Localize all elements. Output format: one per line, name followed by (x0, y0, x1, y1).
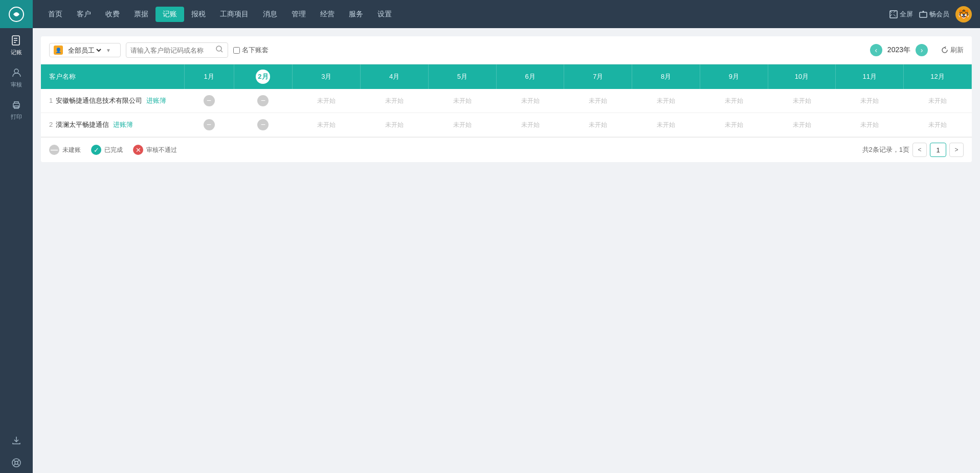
nav-message[interactable]: 消息 (256, 7, 284, 22)
sidebar-item-audit[interactable]: 审核 (0, 60, 33, 93)
toolbar: 👤 全部员工 ▼ (41, 36, 972, 64)
nav-invoice[interactable]: 票据 (127, 7, 155, 22)
print-icon (10, 99, 23, 111)
table-footer: — 未建账 ✓ 已完成 ✕ 审核不通过 共2条记录， (41, 137, 972, 162)
month-cell-8: 未开始 (632, 89, 700, 113)
svg-line-18 (221, 51, 222, 52)
nav-service[interactable]: 服务 (342, 7, 370, 22)
col-jan[interactable]: 1月 (184, 64, 234, 89)
sidebar-item-download[interactable] (0, 428, 33, 451)
svg-rect-15 (920, 12, 927, 17)
prev-page-button[interactable]: < (912, 143, 927, 157)
prev-year-button[interactable]: ‹ (870, 44, 882, 56)
employee-select-icon: 👤 (54, 46, 63, 55)
feb-highlight: 2月 (256, 70, 270, 84)
my-accounts-checkbox[interactable] (233, 47, 240, 54)
nav-manage[interactable]: 管理 (284, 7, 313, 22)
nav-operation[interactable]: 经营 (313, 7, 342, 22)
my-accounts-label: 名下账套 (242, 46, 269, 55)
page-input[interactable] (930, 143, 946, 157)
sidebar-item-label: 审核 (11, 81, 22, 88)
not-started-icon: − (204, 95, 215, 106)
fullscreen-button[interactable]: 全屏 (889, 10, 913, 19)
table-row: 1安徽畅捷通信息技术有限公司进账簿−−未开始未开始未开始未开始未开始未开始未开始… (41, 89, 972, 113)
next-page-button[interactable]: > (949, 143, 964, 157)
col-dec[interactable]: 12月 (904, 64, 972, 89)
month-cell-1[interactable]: − (184, 89, 234, 113)
sidebar-bottom (0, 428, 33, 473)
data-table-wrap: 客户名称 1月 2月 3月 4月 5月 6月 7月 8月 9月 10月 11月 (41, 64, 972, 137)
bookkeeping-icon (10, 34, 23, 47)
nav-business[interactable]: 工商项目 (213, 7, 256, 22)
legend-rejected-label: 审核不通过 (146, 146, 177, 154)
support-icon (10, 457, 23, 469)
user-avatar[interactable]: 🐯 (955, 6, 972, 22)
month-cell-4: 未开始 (361, 89, 429, 113)
col-mar[interactable]: 3月 (293, 64, 361, 89)
employee-select-wrapper[interactable]: 👤 全部员工 ▼ (49, 43, 121, 57)
month-cell-2[interactable]: − (234, 89, 293, 113)
sidebar-item-bookkeeping[interactable]: 记账 (0, 28, 33, 60)
month-cell-6: 未开始 (496, 89, 564, 113)
nav-client[interactable]: 客户 (70, 7, 98, 22)
col-oct[interactable]: 10月 (768, 64, 836, 89)
year-display: 2023年 (887, 46, 910, 55)
nav-settings[interactable]: 设置 (370, 7, 399, 22)
nav-home[interactable]: 首页 (41, 7, 70, 22)
svg-point-9 (15, 461, 18, 464)
sidebar-item-print[interactable]: 打印 (0, 93, 33, 125)
client-name: 漠澜太平畅捷通信 (56, 121, 109, 128)
row-name-cell: 1安徽畅捷通信息技术有限公司进账簿 (41, 89, 184, 113)
month-cell-9: 未开始 (700, 89, 768, 113)
row-number: 2 (49, 121, 53, 128)
month-cell-11: 未开始 (836, 89, 904, 113)
legend-not-created: — 未建账 (49, 145, 81, 155)
search-input[interactable] (130, 47, 212, 54)
col-aug[interactable]: 8月 (632, 64, 700, 89)
col-may[interactable]: 5月 (428, 64, 496, 89)
month-cell-7: 未开始 (564, 113, 632, 137)
enter-ledger-link[interactable]: 进账簿 (113, 121, 133, 128)
col-feb[interactable]: 2月 (234, 64, 293, 89)
legend-rejected: ✕ 审核不通过 (133, 145, 177, 155)
enter-ledger-link[interactable]: 进账簿 (146, 97, 166, 104)
month-cell-10: 未开始 (768, 113, 836, 137)
nav-tax[interactable]: 报税 (184, 7, 213, 22)
vip-button[interactable]: 畅会员 (919, 10, 949, 19)
month-cell-12: 未开始 (904, 89, 972, 113)
col-jun[interactable]: 6月 (496, 64, 564, 89)
employee-select[interactable]: 全部员工 (66, 46, 103, 55)
month-cell-1[interactable]: − (184, 113, 234, 137)
nav-bookkeeping[interactable]: 记账 (155, 7, 184, 22)
month-cell-10: 未开始 (768, 89, 836, 113)
not-started-icon: − (257, 95, 269, 106)
nav-billing[interactable]: 收费 (98, 7, 127, 22)
next-year-button[interactable]: › (916, 44, 928, 56)
refresh-label: 刷新 (950, 46, 964, 55)
chevron-down-icon: ▼ (106, 48, 111, 53)
app-logo (0, 0, 33, 28)
topnav: 首页 客户 收费 票据 记账 报税 工商项目 消息 管理 经营 服务 设置 全屏 (33, 0, 980, 28)
legend-completed: ✓ 已完成 (91, 145, 123, 155)
my-accounts-checkbox-label[interactable]: 名下账套 (233, 46, 269, 55)
col-apr[interactable]: 4月 (361, 64, 429, 89)
search-input-wrap (126, 42, 228, 58)
sidebar: 记账 审核 打印 (0, 0, 33, 473)
pagination-total: 共2条记录，1页 (862, 145, 909, 154)
sidebar-item-label: 记账 (11, 49, 22, 56)
vip-label: 畅会员 (929, 10, 949, 19)
search-button[interactable] (215, 45, 224, 55)
legend-completed-label: 已完成 (104, 146, 123, 154)
month-cell-2[interactable]: − (234, 113, 293, 137)
refresh-button[interactable]: 刷新 (941, 46, 964, 55)
not-started-icon: − (204, 119, 215, 130)
col-nov[interactable]: 11月 (836, 64, 904, 89)
row-number: 1 (49, 97, 53, 104)
col-jul[interactable]: 7月 (564, 64, 632, 89)
month-cell-5: 未开始 (428, 113, 496, 137)
pagination: 共2条记录，1页 < > (862, 143, 964, 157)
sidebar-item-support[interactable] (0, 451, 33, 473)
month-cell-4: 未开始 (361, 113, 429, 137)
col-sep[interactable]: 9月 (700, 64, 768, 89)
table-row: 2漠澜太平畅捷通信进账簿−−未开始未开始未开始未开始未开始未开始未开始未开始未开… (41, 113, 972, 137)
